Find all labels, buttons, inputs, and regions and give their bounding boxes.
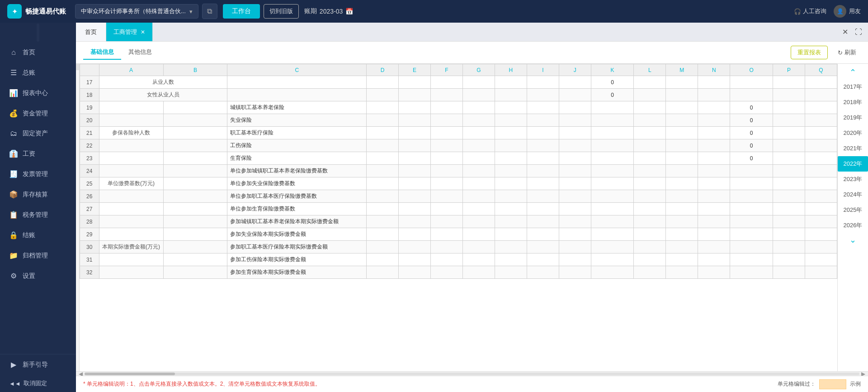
company-selector[interactable]: 中审众环会计师事务所（特殊普通合伙... ▾: [75, 4, 198, 19]
row-18-col-d[interactable]: [367, 89, 399, 101]
row-25-col-q[interactable]: [805, 177, 837, 190]
row-31-col-a[interactable]: [99, 253, 163, 266]
row-31-col-d[interactable]: [367, 253, 399, 266]
row-27-col-h[interactable]: [495, 203, 527, 215]
row-28-col-d[interactable]: [367, 215, 399, 228]
year-down-arrow[interactable]: ⌄: [838, 233, 868, 247]
row-30-col-p[interactable]: [773, 241, 805, 253]
row-20-col-g[interactable]: [462, 114, 495, 127]
row-21-col-q[interactable]: [805, 127, 837, 139]
row-17-col-m[interactable]: [666, 76, 698, 89]
row-28-col-g[interactable]: [462, 215, 495, 228]
row-23-col-o[interactable]: 0: [730, 152, 773, 165]
row-31-col-l[interactable]: [634, 253, 666, 266]
row-18-col-i[interactable]: [527, 89, 559, 101]
row-31-col-m[interactable]: [666, 253, 698, 266]
row-21-col-g[interactable]: [462, 127, 495, 139]
row-28-col-a[interactable]: [99, 215, 163, 228]
row-18-col-e[interactable]: [398, 89, 430, 101]
row-23-col-k[interactable]: [591, 152, 634, 165]
row-19-col-i[interactable]: [527, 101, 559, 114]
row-23-col-e[interactable]: [398, 152, 430, 165]
row-24-col-h[interactable]: [495, 165, 527, 177]
year-2025[interactable]: 2025年: [838, 202, 868, 218]
row-27-col-a[interactable]: [99, 203, 163, 215]
row-26-col-q[interactable]: [805, 190, 837, 203]
row-19-col-b[interactable]: [163, 101, 227, 114]
unpin-button[interactable]: ◄◄ 取消固定: [0, 375, 76, 392]
row-18-col-h[interactable]: [495, 89, 527, 101]
sidebar-item-ledger[interactable]: ☰ 总账: [0, 62, 76, 83]
row-28-col-j[interactable]: [559, 215, 591, 228]
calendar-icon[interactable]: 📅: [345, 8, 353, 15]
row-25-col-k[interactable]: [591, 177, 634, 190]
sub-tab-basic[interactable]: 基础信息: [83, 45, 121, 60]
row-26-col-h[interactable]: [495, 190, 527, 203]
row-23-col-b[interactable]: [163, 152, 227, 165]
row-19-col-p[interactable]: [773, 101, 805, 114]
row-24-col-f[interactable]: [430, 165, 462, 177]
col-header-f[interactable]: F: [430, 64, 462, 76]
row-27-col-b[interactable]: [163, 203, 227, 215]
year-2019[interactable]: 2019年: [838, 110, 868, 125]
row-26-col-o[interactable]: [730, 190, 773, 203]
row-18-col-g[interactable]: [462, 89, 495, 101]
row-24-col-c[interactable]: 单位参加城镇职工基本养老保险缴费基数: [227, 165, 367, 177]
row-30-col-e[interactable]: [398, 241, 430, 253]
row-20-col-b[interactable]: [163, 114, 227, 127]
row-30-col-d[interactable]: [367, 241, 399, 253]
row-23-col-q[interactable]: [805, 152, 837, 165]
row-20-col-e[interactable]: [398, 114, 430, 127]
row-29-col-j[interactable]: [559, 228, 591, 241]
row-22-col-m[interactable]: [666, 139, 698, 152]
sidebar-item-reports[interactable]: 📊 报表中心: [0, 83, 76, 103]
row-17-col-e[interactable]: [398, 76, 430, 89]
row-30-col-h[interactable]: [495, 241, 527, 253]
sheet-main[interactable]: A B C D E F G H I J K L M: [80, 64, 837, 371]
row-26-col-b[interactable]: [163, 190, 227, 203]
row-19-col-f[interactable]: [430, 101, 462, 114]
row-23-col-a[interactable]: [99, 152, 163, 165]
row-28-col-m[interactable]: [666, 215, 698, 228]
row-26-col-i[interactable]: [527, 190, 559, 203]
sidebar-item-close[interactable]: 🔒 结账: [0, 225, 76, 245]
row-20-col-j[interactable]: [559, 114, 591, 127]
row-26-col-k[interactable]: [591, 190, 634, 203]
row-21-col-d[interactable]: [367, 127, 399, 139]
row-26-col-n[interactable]: [698, 190, 730, 203]
row-23-col-n[interactable]: [698, 152, 730, 165]
row-28-col-p[interactable]: [773, 215, 805, 228]
row-21-col-o[interactable]: 0: [730, 127, 773, 139]
row-32-col-i[interactable]: [527, 266, 559, 279]
col-header-g[interactable]: G: [462, 64, 495, 76]
row-24-col-o[interactable]: [730, 165, 773, 177]
row-24-col-k[interactable]: [591, 165, 634, 177]
row-30-col-o[interactable]: [730, 241, 773, 253]
row-30-col-m[interactable]: [666, 241, 698, 253]
row-29-col-f[interactable]: [430, 228, 462, 241]
window-close-button[interactable]: ✕: [839, 26, 851, 38]
row-19-col-k[interactable]: [591, 101, 634, 114]
col-header-n[interactable]: N: [698, 64, 730, 76]
sidebar-item-capital[interactable]: 💰 资金管理: [0, 103, 76, 124]
row-32-col-o[interactable]: [730, 266, 773, 279]
row-24-col-m[interactable]: [666, 165, 698, 177]
row-18-col-m[interactable]: [666, 89, 698, 101]
row-25-col-d[interactable]: [367, 177, 399, 190]
row-23-col-i[interactable]: [527, 152, 559, 165]
year-2024[interactable]: 2024年: [838, 187, 868, 202]
user-area[interactable]: 👤 用友: [834, 5, 861, 18]
row-28-col-i[interactable]: [527, 215, 559, 228]
row-20-col-q[interactable]: [805, 114, 837, 127]
row-28-col-n[interactable]: [698, 215, 730, 228]
row-23-col-l[interactable]: [634, 152, 666, 165]
row-25-col-o[interactable]: [730, 177, 773, 190]
row-23-col-g[interactable]: [462, 152, 495, 165]
year-2018[interactable]: 2018年: [838, 95, 868, 110]
row-20-col-d[interactable]: [367, 114, 399, 127]
row-18-col-l[interactable]: [634, 89, 666, 101]
row-26-col-p[interactable]: [773, 190, 805, 203]
row-29-col-g[interactable]: [462, 228, 495, 241]
row-32-col-m[interactable]: [666, 266, 698, 279]
row-24-col-j[interactable]: [559, 165, 591, 177]
